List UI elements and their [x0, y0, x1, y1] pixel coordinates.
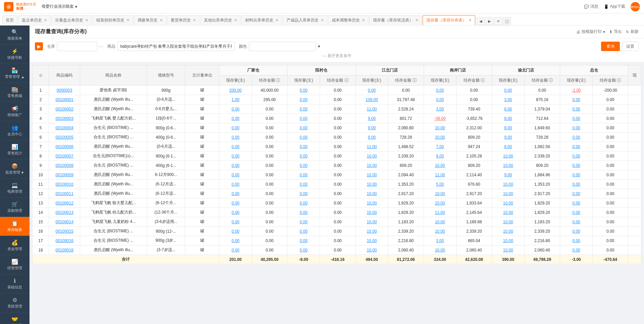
- product-code-link[interactable]: 00100009: [55, 173, 73, 177]
- sidebar-item-retail-store[interactable]: 🏬 零售商城: [0, 83, 30, 102]
- tab-nav-expand[interactable]: ⬜: [503, 17, 511, 25]
- product-code-link[interactable]: 00100006: [55, 144, 73, 149]
- row-total-amt: 0.00: [592, 142, 628, 151]
- sidebar-item-ecommerce[interactable]: 💻 电商管理: [0, 179, 30, 198]
- close-tab-cost-adjust[interactable]: ✕: [362, 18, 365, 22]
- product-code-link[interactable]: 0000003: [57, 88, 72, 93]
- row-total-amt: 0.00: [592, 161, 628, 170]
- row-yb-qty: 9.00: [492, 170, 525, 180]
- row-unit: 罐: [185, 133, 219, 142]
- row-name: 惠氏启醒 (Wyeth illu...: [80, 142, 147, 151]
- th-name: 商品名称: [80, 65, 147, 86]
- retail-mgmt-icon: 🏪: [1, 67, 28, 74]
- sidebar-item-retail-mgmt[interactable]: 🏪 零售管理 ▲: [0, 64, 30, 83]
- product-code-link[interactable]: 00100014: [55, 220, 73, 224]
- close-tab-material-out[interactable]: ✕: [275, 18, 278, 22]
- close-tab-stock-distribution[interactable]: ✕: [469, 18, 472, 22]
- sidebar-item-operations[interactable]: 📈 经营管理: [0, 255, 30, 274]
- sidebar-item-purchase[interactable]: 🛒 采购管理: [0, 198, 30, 217]
- tab-material-out[interactable]: 材料出库单历史 ✕: [241, 15, 282, 25]
- sidebar-item-quick-nav[interactable]: ⚡ 快捷导航: [0, 45, 30, 64]
- close-tab-sub-inventory[interactable]: ✕: [85, 18, 88, 22]
- sidebar-item-search[interactable]: 🔍 搜索英单: [0, 26, 30, 45]
- filter-expand-btn[interactable]: ▶: [35, 42, 43, 50]
- product-code-link[interactable]: 00100018: [55, 248, 73, 252]
- close-tab-product-in[interactable]: ✕: [321, 18, 324, 22]
- product-code-link[interactable]: 00100005: [55, 135, 73, 140]
- print-btn[interactable]: 🖨 按模版打印 ▾: [576, 29, 605, 35]
- tab-product-in[interactable]: 产成品入库单历史 ✕: [283, 15, 327, 25]
- row-code: 00100007: [49, 151, 80, 161]
- product-code-link[interactable]: 00100003: [55, 116, 73, 121]
- tab-nav-prev[interactable]: ◀: [477, 17, 485, 25]
- tab-other-out[interactable]: 其他出库单历史 ✕: [200, 15, 241, 25]
- close-tab-inventory-count[interactable]: ✕: [44, 18, 47, 22]
- sidebar-item-system[interactable]: ⚙ 系统管理: [0, 293, 30, 313]
- tab-home[interactable]: 首页: [2, 15, 17, 25]
- product-code-link[interactable]: 00100012: [55, 201, 73, 205]
- sidebar-item-marketing[interactable]: 📢 营销推广: [0, 102, 30, 121]
- user-avatar-area[interactable]: demo2: [631, 2, 640, 11]
- app-download-btn[interactable]: 📱 App下载: [604, 4, 625, 9]
- tab-cost-adjust[interactable]: 成本调整单历史 ✕: [328, 15, 369, 25]
- refresh-btn[interactable]: ↻ 刷新: [626, 29, 639, 35]
- row-no: 3: [33, 104, 49, 114]
- tab-bar: 首页 盘点单历史 ✕ 分量盘点单历史 ✕ 组装拆卸单历史 ✕ 调拨单历史 ✕ 要…: [0, 13, 644, 26]
- app-sub-title: 畅捷通好生意: [16, 2, 36, 6]
- product-code-link[interactable]: 00100002: [55, 107, 73, 111]
- warehouse-input[interactable]: [57, 42, 97, 51]
- message-btn[interactable]: 💬 消息: [584, 4, 598, 9]
- tab-combo-disassemble[interactable]: 组装拆卸单历史 ✕: [93, 15, 133, 25]
- row-jb-qty: 11.00: [356, 142, 388, 151]
- close-tab-stock-status[interactable]: ✕: [415, 18, 418, 22]
- sidebar-item-retail-stats[interactable]: 📊 零售统计: [0, 140, 30, 159]
- row-code: 00100016: [49, 236, 80, 245]
- tab-stock-status[interactable]: 现存量（库存状况表） ✕: [369, 15, 422, 25]
- tab-sub-inventory-count[interactable]: 分量盘点单历史 ✕: [51, 15, 92, 25]
- table-row: 11 00100010 惠氏启醒 (Wyeth illu... (6-12月适.…: [33, 180, 641, 189]
- product-input[interactable]: [117, 42, 235, 51]
- tab-transfer[interactable]: 调拨单历史 ✕: [134, 15, 166, 25]
- row-yb-qty: 9.00: [492, 133, 525, 142]
- expand-conditions-btn[interactable]: ⋯ 展开更多条件: [35, 53, 639, 59]
- tab-inventory-count[interactable]: 盘点单历史 ✕: [18, 15, 51, 25]
- product-code-link[interactable]: 00100001: [55, 97, 73, 102]
- product-code-link[interactable]: 00100007: [55, 154, 73, 158]
- summary-total-amt: -470.64: [592, 255, 628, 264]
- tab-stock-distribution[interactable]: 现存量（库存分布表） ✕: [423, 15, 475, 25]
- close-tab-transfer[interactable]: ✕: [160, 18, 163, 22]
- product-code-link[interactable]: 00100015: [55, 229, 73, 234]
- tab-demand[interactable]: 要货单历史 ✕: [167, 15, 200, 25]
- sidebar-item-inventory[interactable]: 📋 库存核算: [0, 217, 30, 236]
- tab-nav-close[interactable]: ✕: [494, 17, 502, 25]
- tab-nav-next[interactable]: ▶: [485, 17, 493, 25]
- row-na-amt: 809.20: [456, 161, 492, 170]
- settings-btn[interactable]: 设置: [622, 42, 639, 51]
- product-code-link[interactable]: 00100011: [55, 191, 73, 196]
- close-tab-demand[interactable]: ✕: [193, 18, 196, 22]
- close-tab-other-out[interactable]: ✕: [234, 18, 237, 22]
- product-code-link[interactable]: 00100016: [55, 238, 73, 243]
- sidebar-item-basic-info[interactable]: ℹ 基础信息: [0, 274, 30, 293]
- color-input[interactable]: [249, 42, 316, 51]
- app-title: 标搜: [16, 6, 36, 11]
- sidebar-item-wholesale[interactable]: 📦 批发管理 ▼: [0, 159, 30, 179]
- row-total-amt: 0.00: [592, 104, 628, 114]
- product-code-link[interactable]: 00100004: [55, 126, 73, 130]
- row-yb-qty: 10.00: [492, 151, 525, 161]
- th-total-amt: 结存金额 ⓘ: [592, 76, 628, 86]
- close-tab-combo[interactable]: ✕: [126, 18, 129, 22]
- sidebar-item-enterprise-collab[interactable]: 🤝 企业协同: [0, 313, 30, 324]
- row-unit: 罐: [185, 151, 219, 161]
- th-settings[interactable]: ⚙: [33, 65, 49, 86]
- search-btn[interactable]: 查询: [601, 42, 620, 51]
- sidebar-item-finance[interactable]: 💰 资金管理: [0, 236, 30, 255]
- row-jb-amt: 2,339.20: [388, 227, 424, 236]
- product-code-link[interactable]: 00100010: [55, 182, 73, 187]
- product-code-link[interactable]: 00100013: [55, 210, 73, 215]
- export-btn[interactable]: ⬆ 导出: [609, 29, 622, 35]
- sidebar-item-member[interactable]: 👥 会员中心: [0, 121, 30, 140]
- store-selector[interactable]: 母婴行业演示陈套 ▾: [39, 4, 80, 9]
- product-code-link[interactable]: 00100008: [55, 163, 73, 168]
- row-total-qty: 0.00: [560, 161, 593, 170]
